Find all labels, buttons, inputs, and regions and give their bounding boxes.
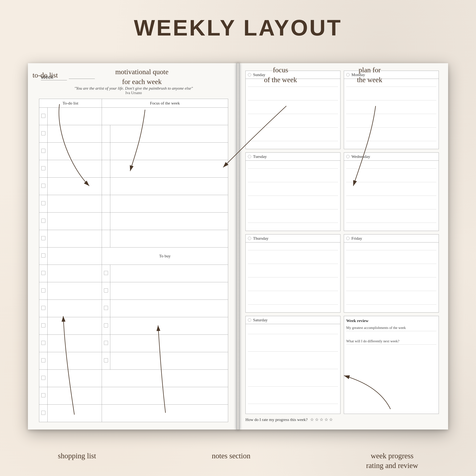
progress-row: How do I rate my progress this week? ☆ ☆…: [245, 417, 439, 422]
main-table: To-do list Focus of the week To buy: [39, 99, 228, 422]
left-page: Week "You are the artist of your life. D…: [28, 63, 238, 429]
todo-checkbox: [39, 352, 48, 370]
todo-checkbox: [39, 108, 48, 125]
todo-checkbox: [39, 404, 48, 422]
day-line: [346, 196, 436, 196]
stars: ☆ ☆ ☆ ☆ ☆: [310, 417, 333, 422]
day-line: [346, 100, 436, 101]
todo-checkbox: [39, 212, 48, 230]
todo-checkbox: [102, 195, 110, 212]
day-lines: [246, 161, 340, 231]
todo-checkbox: [102, 212, 110, 230]
todo-header: To-do list: [39, 99, 102, 108]
day-circle: [346, 73, 350, 76]
annotation-quote: motivational quote for each week: [115, 67, 169, 87]
day-line: [248, 404, 338, 404]
todo-line: [48, 142, 102, 160]
review-title: Week review: [346, 318, 436, 323]
day-line: [248, 334, 338, 334]
todo-checkbox: [39, 160, 48, 177]
day-line: [248, 182, 338, 182]
todo-checkbox: [39, 142, 48, 160]
focus-line: [110, 195, 228, 212]
day-line: [346, 209, 436, 209]
day-line: [346, 264, 436, 264]
day-line: [346, 304, 436, 305]
day-box-wednesday: Wednesday: [344, 153, 439, 231]
day-lines: [246, 242, 340, 313]
todo-checkbox: [39, 247, 48, 265]
day-line: [346, 169, 436, 169]
day-name: Sunday: [253, 72, 265, 77]
day-line: [248, 222, 338, 223]
day-lines: [246, 79, 340, 149]
notes-area: [102, 404, 228, 422]
day-line: [248, 304, 338, 305]
day-line: [346, 141, 436, 141]
tobuy-line: [110, 317, 228, 335]
day-lines: [344, 79, 439, 149]
day-line: [346, 182, 436, 182]
tobuy-line: [110, 335, 228, 352]
todo-checkbox: [39, 387, 48, 405]
day-header: Thursday: [246, 235, 340, 242]
tobuy-checkbox: [102, 265, 110, 282]
todo-checkbox: [39, 335, 48, 352]
day-name: Saturday: [253, 318, 268, 323]
book: Week "You are the artist of your life. D…: [28, 63, 448, 429]
label-shopping: shopping list: [58, 451, 96, 470]
day-line: [248, 114, 338, 114]
todo-checkbox: [102, 125, 110, 142]
focus-line: [110, 212, 228, 230]
todo-checkbox: [39, 317, 48, 335]
day-line: [248, 141, 338, 141]
todo-line: [48, 387, 102, 405]
todo-line: [48, 404, 102, 422]
day-name: Wednesday: [351, 154, 370, 159]
day-line: [248, 264, 338, 264]
todo-line: [48, 230, 102, 247]
day-lines: [344, 161, 439, 231]
todo-checkbox: [39, 125, 48, 142]
annotation-plan: plan for the week: [357, 65, 382, 85]
tobuy-checkbox: [102, 282, 110, 300]
label-notes: notes section: [212, 451, 251, 470]
day-circle: [248, 237, 251, 240]
progress-question: How do I rate my progress this week?: [245, 417, 307, 422]
todo-checkbox: [39, 265, 48, 282]
day-line: [346, 222, 436, 223]
focus-line: [110, 160, 228, 177]
todo-line: [48, 108, 102, 125]
todo-line: [48, 212, 102, 230]
focus-line: [110, 177, 228, 195]
todo-line: [48, 317, 102, 335]
annotation-focus: focus of the week: [264, 65, 297, 85]
tobuy-line: [110, 282, 228, 300]
focus-line: [110, 142, 228, 160]
tobuy-line: [110, 352, 228, 370]
day-header: Tuesday: [246, 153, 340, 161]
day-circle: [346, 155, 350, 158]
day-lines: [246, 324, 340, 414]
tobuy-line: [110, 300, 228, 317]
focus-header: Focus of the week: [102, 99, 228, 108]
tobuy-checkbox: [102, 335, 110, 352]
todo-line: [48, 195, 102, 212]
day-line: [346, 291, 436, 291]
day-name: Thursday: [253, 236, 269, 241]
notes-area: [102, 370, 228, 387]
quote-author: Iva Ursano: [43, 91, 224, 95]
day-circle: [248, 318, 251, 322]
differently-label: What will I do differently next week?: [346, 339, 436, 344]
page-title: WEEKLY LAYOUT: [0, 0, 476, 41]
tobuy-checkbox: [102, 352, 110, 370]
todo-line: [48, 265, 102, 282]
todo-checkbox: [39, 177, 48, 195]
day-line: [248, 250, 338, 250]
todo-checkbox: [39, 300, 48, 317]
todo-line: [48, 335, 102, 352]
tobuy-checkbox: [102, 317, 110, 335]
notes-area: [102, 387, 228, 405]
day-line: [346, 250, 436, 250]
day-line: [248, 291, 338, 291]
